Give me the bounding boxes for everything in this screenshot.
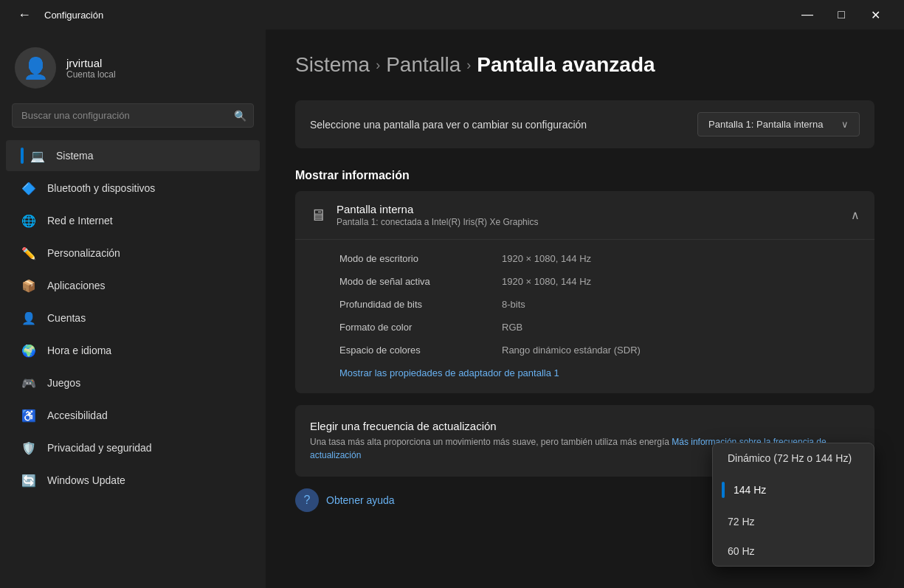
sidebar-item-label: Red e Internet: [47, 215, 113, 226]
sidebar-item-label: Windows Update: [47, 474, 125, 486]
sidebar-item-label: Accesibilidad: [47, 409, 108, 421]
breadcrumb-current: Pantalla avanzada: [477, 53, 655, 77]
bluetooth-icon: 🔷: [21, 180, 37, 196]
sidebar-item-label: Privacidad y seguridad: [47, 442, 152, 454]
display-selector-label: Seleccione una pantalla para ver o cambi…: [310, 119, 587, 131]
window-controls: — □ ✕: [790, 0, 892, 30]
info-card-subtitle: Pantalla 1: conectada a Intel(R) Iris(R)…: [337, 217, 538, 227]
maximize-button[interactable]: □: [824, 0, 858, 30]
search-box: 🔍: [12, 103, 254, 128]
info-row-value: Rango dinámico estándar (SDR): [502, 345, 641, 356]
sidebar-item-personalizacion[interactable]: ✏️ Personalización: [6, 238, 260, 269]
info-row-label: Modo de escritorio: [339, 253, 502, 264]
accesibilidad-icon: ♿: [21, 407, 37, 423]
dropdown-item-144hz[interactable]: 144 Hz: [713, 473, 874, 507]
dropdown-item-label: 144 Hz: [734, 484, 766, 496]
titlebar: ← Configuración — □ ✕: [0, 0, 904, 30]
info-section-title: Mostrar información: [295, 169, 874, 182]
titlebar-left: ← Configuración: [12, 4, 103, 26]
monitor-icon: 🖥: [310, 206, 326, 225]
sidebar-item-accesibilidad[interactable]: ♿ Accesibilidad: [6, 400, 260, 431]
sidebar-item-label: Personalización: [47, 247, 120, 259]
info-card-body: Modo de escritorio 1920 × 1080, 144 Hz M…: [295, 239, 874, 393]
account-type: Cuenta local: [66, 69, 116, 80]
info-row-modo-senal: Modo de señal activa 1920 × 1080, 144 Hz: [339, 270, 860, 293]
dropdown-item-dynamic[interactable]: Dinámico (72 Hz o 144 Hz): [713, 443, 874, 473]
info-row-label: Formato de color: [339, 322, 502, 333]
refresh-dropdown-menu: Dinámico (72 Hz o 144 Hz) 144 Hz 72 Hz 6…: [712, 443, 874, 567]
breadcrumb-chevron2: ›: [466, 58, 471, 73]
avatar: 👤: [15, 47, 56, 89]
breadcrumb-part2[interactable]: Pantalla: [386, 53, 460, 77]
info-card: 🖥 Pantalla interna Pantalla 1: conectada…: [295, 191, 874, 393]
app-title: Configuración: [44, 10, 103, 21]
sidebar-item-aplicaciones[interactable]: 📦 Aplicaciones: [6, 270, 260, 301]
sidebar-item-bluetooth[interactable]: 🔷 Bluetooth y dispositivos: [6, 173, 260, 204]
personalizacion-icon: ✏️: [21, 245, 37, 261]
info-row-label: Espacio de colores: [339, 345, 502, 356]
hora-icon: 🌍: [21, 342, 37, 359]
help-icon: ?: [295, 488, 319, 512]
info-row-value: 8-bits: [502, 299, 525, 310]
breadcrumb-chevron1: ›: [376, 58, 380, 73]
display-dropdown[interactable]: Pantalla 1: Pantalla interna ∨: [697, 112, 860, 136]
breadcrumb-part1[interactable]: Sistema: [295, 53, 370, 77]
close-button[interactable]: ✕: [858, 0, 892, 30]
info-row-formato: Formato de color RGB: [339, 316, 860, 339]
user-info: jrvirtual Cuenta local: [66, 57, 116, 80]
info-row-modo-escritorio: Modo de escritorio 1920 × 1080, 144 Hz: [339, 247, 860, 270]
aplicaciones-icon: 📦: [21, 277, 37, 294]
sidebar-item-cuentas[interactable]: 👤 Cuentas: [6, 302, 260, 333]
display-dropdown-value: Pantalla 1: Pantalla interna: [708, 119, 823, 130]
selected-indicator: [722, 482, 725, 498]
sidebar-item-label: Hora e idioma: [47, 345, 111, 356]
sidebar-item-sistema[interactable]: 💻 Sistema: [6, 140, 260, 171]
content-area: Sistema › Pantalla › Pantalla avanzada S…: [266, 30, 904, 588]
sidebar-item-label: Aplicaciones: [47, 280, 106, 291]
chevron-down-icon: ∨: [841, 119, 849, 130]
info-row-profundidad: Profundidad de bits 8-bits: [339, 293, 860, 316]
info-row-label: Profundidad de bits: [339, 299, 502, 310]
active-indicator: [21, 148, 24, 164]
sidebar: 👤 jrvirtual Cuenta local 🔍 💻 Sistema 🔷 B…: [0, 30, 266, 588]
minimize-button[interactable]: —: [790, 0, 824, 30]
user-section: 👤 jrvirtual Cuenta local: [0, 30, 266, 103]
info-row-label: Modo de señal activa: [339, 276, 502, 287]
info-card-title-group: Pantalla interna Pantalla 1: conectada a…: [337, 203, 538, 227]
adapter-properties-link[interactable]: Mostrar las propiedades de adaptador de …: [339, 367, 559, 378]
info-row-espacio: Espacio de colores Rango dinámico estánd…: [339, 339, 860, 362]
cuentas-icon: 👤: [21, 310, 37, 326]
dropdown-item-label: 60 Hz: [728, 545, 755, 557]
sidebar-item-label: Sistema: [56, 150, 94, 162]
dropdown-item-label: Dinámico (72 Hz o 144 Hz): [728, 452, 852, 464]
display-selector-row: Seleccione una pantalla para ver o cambi…: [295, 100, 874, 148]
info-card-header[interactable]: 🖥 Pantalla interna Pantalla 1: conectada…: [295, 191, 874, 239]
sidebar-item-label: Bluetooth y dispositivos: [47, 182, 155, 194]
search-icon: 🔍: [234, 110, 246, 122]
sidebar-item-privacidad[interactable]: 🛡️ Privacidad y seguridad: [6, 432, 260, 463]
sidebar-item-label: Cuentas: [47, 312, 86, 324]
info-row-value: 1920 × 1080, 144 Hz: [502, 276, 591, 287]
sistema-icon: 💻: [30, 148, 46, 164]
info-row-value: RGB: [502, 322, 522, 333]
info-card-header-left: 🖥 Pantalla interna Pantalla 1: conectada…: [310, 203, 538, 227]
username: jrvirtual: [66, 57, 116, 69]
juegos-icon: 🎮: [21, 375, 37, 391]
back-button[interactable]: ←: [12, 4, 37, 26]
sidebar-item-update[interactable]: 🔄 Windows Update: [6, 465, 260, 496]
dropdown-item-label: 72 Hz: [728, 516, 755, 528]
search-input[interactable]: [12, 103, 254, 128]
dropdown-item-72hz[interactable]: 72 Hz: [713, 507, 874, 536]
refresh-card-title: Elegir una frecuencia de actualización: [310, 420, 860, 432]
dropdown-item-60hz[interactable]: 60 Hz: [713, 536, 874, 566]
help-link[interactable]: Obtener ayuda: [326, 494, 395, 506]
sidebar-item-juegos[interactable]: 🎮 Juegos: [6, 367, 260, 398]
privacidad-icon: 🛡️: [21, 440, 37, 456]
sidebar-item-red[interactable]: 🌐 Red e Internet: [6, 205, 260, 236]
main-layout: 👤 jrvirtual Cuenta local 🔍 💻 Sistema 🔷 B…: [0, 30, 904, 588]
sidebar-item-label: Juegos: [47, 377, 80, 389]
breadcrumb: Sistema › Pantalla › Pantalla avanzada: [295, 53, 874, 77]
sidebar-item-hora[interactable]: 🌍 Hora e idioma: [6, 335, 260, 366]
info-row-value: 1920 × 1080, 144 Hz: [502, 253, 591, 264]
chevron-up-icon[interactable]: ∧: [851, 208, 860, 222]
